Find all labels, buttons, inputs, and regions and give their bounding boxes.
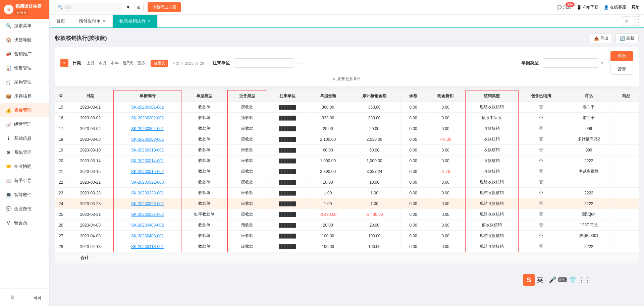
cell-balance: 0.00 <box>400 113 426 123</box>
cell-discount: 0.00 <box>426 102 465 113</box>
cell-biz-type: 应收款 <box>227 156 267 166</box>
cell-bill-no[interactable]: SK-20230408-001 <box>114 231 181 241</box>
cell-verify-type: 现结收款核销 <box>465 177 518 188</box>
s-icon-5[interactable]: 👕 <box>569 276 576 284</box>
export-btn[interactable]: 📤 导出 <box>590 34 613 43</box>
topbar-service[interactable]: 👤 在线客服 <box>604 4 626 10</box>
solution-btn[interactable]: 体验行业方案 <box>148 2 181 12</box>
topbar-user[interactable]: Rit <box>632 4 639 10</box>
cell-bill-no[interactable]: SK-20230314-001 <box>114 156 181 166</box>
topbar-app[interactable]: 📱 App下载 <box>577 4 598 10</box>
date-quick-上月[interactable]: 上月 <box>85 60 96 67</box>
cell-bill-no[interactable]: SK-20230301-002 <box>114 102 181 113</box>
filter-settings-btn[interactable]: 设置 <box>610 64 633 75</box>
cell-bill-no[interactable]: SK-20230310-001 <box>114 145 181 156</box>
cell-settled: 否 <box>518 231 564 241</box>
cell-bill-no[interactable]: SK-20230321-003 <box>114 177 181 188</box>
sidebar-item-企业协同[interactable]: 🤝企业协同 <box>0 160 49 174</box>
cell-settled: 否 <box>518 241 564 252</box>
date-quick-更多[interactable]: 更多 <box>136 60 147 67</box>
tab-0[interactable]: 首页 <box>50 15 72 27</box>
sidebar-item-企业微信[interactable]: 💬企业微信 <box>0 202 49 216</box>
receipt-type-input[interactable] <box>543 58 599 68</box>
footer-discount <box>426 252 465 263</box>
tab-2[interactable]: 收款核销执行✕ <box>113 15 158 27</box>
tab-close-icon[interactable]: ✕ <box>103 19 106 23</box>
collapse-sidebar-icon[interactable]: ◀◀ <box>32 292 42 303</box>
cell-date: 2023-03-08 <box>67 134 114 145</box>
expand-more-label: 展开更多条件 <box>337 76 361 82</box>
sidebar-item-快捷导航[interactable]: 🏠快捷导航 <box>0 33 49 47</box>
cell-bill-no[interactable]: SK-20230328-002 <box>114 198 181 209</box>
sidebar-item-资金管理[interactable]: 💰资金管理 <box>0 103 49 117</box>
sidebar-item-销售管理[interactable]: 📊销售管理 <box>0 61 49 75</box>
cell-verify-type: 现结收款核销 <box>465 198 518 209</box>
query-btn[interactable]: 查询 <box>610 51 633 61</box>
s-icon-6[interactable]: ⋮⋮ <box>578 276 590 284</box>
date-quick-本年[interactable]: 本年 <box>109 60 120 67</box>
sidebar-item-新手引导[interactable]: 📖新手引导 <box>0 174 49 188</box>
page-actions: 📤 导出 🔄 刷新 <box>590 34 639 43</box>
cell-bill-no[interactable]: SK-20230331-002 <box>114 209 181 220</box>
filter-dots[interactable]: ··· <box>298 61 304 65</box>
topbar-dropdown[interactable]: ▼ <box>126 5 130 10</box>
footer-amount <box>308 252 348 263</box>
cell-settled: 否 <box>518 220 564 231</box>
table-scroll[interactable]: ⚙ 日期 单据编号 单据类型 业务类型 往来单位 单据金额 累计核销金额 余额 … <box>55 90 639 263</box>
date-quick-本月[interactable]: 本月 <box>97 60 108 67</box>
cell-bill-no[interactable]: SK-20230418-001 <box>114 241 181 252</box>
tab-1[interactable]: 预付应付单✕ <box>72 15 113 27</box>
cell-bill-no[interactable]: SK-20230302-002 <box>114 113 181 123</box>
s-icon-3[interactable]: 🎤 <box>549 276 556 284</box>
s-icon-2[interactable]: · <box>545 277 547 284</box>
date-quick-近7天[interactable]: 近7天 <box>121 60 135 67</box>
cell-biz-type: 应收款 <box>227 231 267 241</box>
cell-amount: 100.00 <box>308 241 348 252</box>
sidebar-item-智能硬件[interactable]: 💻智能硬件 <box>0 188 49 202</box>
sidebar-item-系统管理[interactable]: ⚙系统管理 <box>0 145 49 160</box>
menu-icon: 💬 <box>5 206 11 212</box>
cell-verify-type: 现结收款核销 <box>465 102 518 113</box>
cell-biz-type: 应收款 <box>227 241 267 252</box>
tab-expand-btn[interactable]: ⛶ <box>632 16 641 26</box>
cell-bill-no[interactable]: SK-20230308-001 <box>114 134 181 145</box>
filter-row: » 日期 上月本月本年近7天更多 自定义 不限 至 2023-07-26 往来单… <box>60 51 633 75</box>
cell-balance: 0.00 <box>400 209 426 220</box>
cell-verify-type: 预收中应收 <box>465 113 518 123</box>
cell-bill-no[interactable]: SK-20230304-001 <box>114 123 181 134</box>
export-icon: 📤 <box>594 36 599 41</box>
s-icon-4[interactable]: ⌨ <box>558 276 567 284</box>
cell-partner: ██████ <box>267 188 308 198</box>
menu-icon: 📊 <box>5 65 11 71</box>
cell-bill-type: 收款单 <box>181 231 227 241</box>
cell-goods2 <box>613 241 639 252</box>
sidebar-item-库存核算[interactable]: 📦库存核算 <box>0 89 49 103</box>
tab-close-all-btn[interactable]: ✕ <box>622 16 631 26</box>
sidebar-item-采购管理[interactable]: 🛒采购管理 <box>0 75 49 89</box>
tab-close-icon[interactable]: ✕ <box>148 19 151 23</box>
topbar-gear-btn[interactable]: ⚙ <box>134 3 144 12</box>
cell-bill-no[interactable]: SK-20230315-002 <box>114 166 181 177</box>
col-settings[interactable]: ⚙ <box>55 90 67 102</box>
sidebar-item-搜索菜单[interactable]: 🔍搜索菜单 <box>0 19 49 33</box>
topbar-msg[interactable]: 💬 消息 99+ <box>557 4 571 10</box>
date-custom-btn[interactable]: 自定义 <box>151 60 168 67</box>
sidebar-item-基础信息[interactable]: ℹ基础信息 <box>0 131 49 145</box>
sidebar-item-经营管理[interactable]: 📈经营管理 <box>0 117 49 131</box>
cell-date: 2023-03-28 <box>67 188 114 198</box>
partner-input[interactable] <box>234 58 294 68</box>
cell-bill-no[interactable]: SK-20230403-002 <box>114 220 181 231</box>
table-row: 232023-03-28SK-20230328-001收款单应收款██████1… <box>55 188 639 198</box>
table-row: 262023-04-03SK-20230403-002收款单预收款██████2… <box>55 220 639 231</box>
expand-more-btn[interactable]: ∨ 展开更多条件 <box>333 76 361 82</box>
refresh-btn[interactable]: 🔄 刷新 <box>615 34 639 43</box>
sidebar-item-畅会员[interactable]: V畅会员 <box>0 216 49 230</box>
filter-expand-btn[interactable]: » <box>60 59 68 67</box>
sidebar-item-营销推广[interactable]: 📣营销推广 <box>0 47 49 61</box>
cell-goods1: 123D商品 <box>564 220 613 231</box>
cell-bill-no[interactable]: SK-20230328-001 <box>114 188 181 198</box>
topbar-search[interactable]: 🔍 搜索... <box>55 3 122 12</box>
cell-date: 2023-04-03 <box>67 220 114 231</box>
s-icon-1[interactable]: 英 <box>537 276 543 284</box>
settings-bottom-icon[interactable]: ⚙ <box>7 292 18 303</box>
